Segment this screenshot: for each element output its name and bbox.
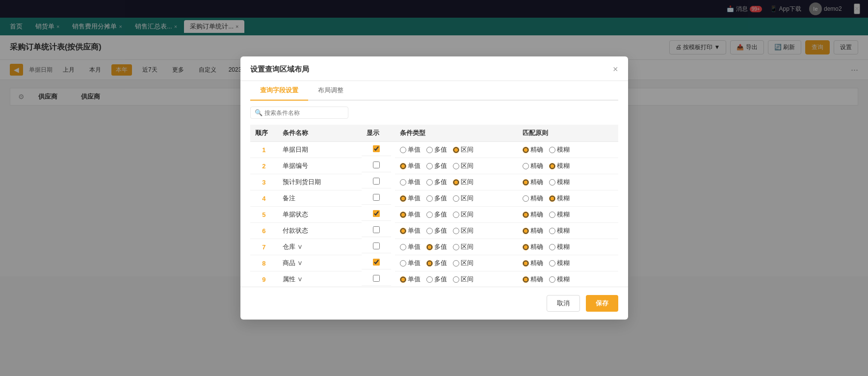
match-fuzzy-radio[interactable] xyxy=(549,228,555,234)
match-fuzzy-label[interactable]: 模糊 xyxy=(549,226,570,235)
type-multi-label[interactable]: 多值 xyxy=(426,210,447,219)
match-exact-label[interactable]: 精确 xyxy=(523,194,543,203)
type-multi-radio[interactable] xyxy=(426,163,433,169)
type-range-radio[interactable] xyxy=(453,276,459,277)
type-single-radio[interactable] xyxy=(400,276,406,277)
match-fuzzy-radio[interactable] xyxy=(549,260,555,267)
tab-query-fields[interactable]: 查询字段设置 xyxy=(250,81,308,101)
type-range-radio[interactable] xyxy=(453,163,459,169)
display-checkbox[interactable] xyxy=(373,259,380,266)
type-range-radio[interactable] xyxy=(453,147,459,153)
match-fuzzy-radio[interactable] xyxy=(549,179,555,186)
type-range-radio[interactable] xyxy=(453,195,459,202)
type-multi-radio[interactable] xyxy=(426,147,433,153)
match-exact-label[interactable]: 精确 xyxy=(523,259,543,268)
display-checkbox[interactable] xyxy=(373,178,380,185)
display-checkbox[interactable] xyxy=(373,226,380,233)
search-input[interactable] xyxy=(264,109,344,116)
cell-display[interactable] xyxy=(362,142,391,156)
type-single-radio[interactable] xyxy=(400,163,406,169)
type-range-radio[interactable] xyxy=(453,179,459,186)
type-single-radio[interactable] xyxy=(400,212,406,218)
type-range-label[interactable]: 区间 xyxy=(453,259,473,268)
display-checkbox[interactable] xyxy=(373,145,380,152)
type-single-radio[interactable] xyxy=(400,260,406,267)
match-fuzzy-radio[interactable] xyxy=(549,163,555,169)
match-fuzzy-label[interactable]: 模糊 xyxy=(549,242,570,251)
display-checkbox[interactable] xyxy=(373,161,380,168)
match-exact-label[interactable]: 精确 xyxy=(523,242,543,251)
type-range-label[interactable]: 区间 xyxy=(453,178,473,187)
display-checkbox[interactable] xyxy=(373,210,380,217)
cell-display[interactable] xyxy=(362,207,391,221)
type-range-radio[interactable] xyxy=(453,212,459,218)
type-range-label[interactable]: 区间 xyxy=(453,210,473,219)
match-fuzzy-radio[interactable] xyxy=(549,244,555,250)
type-range-label[interactable]: 区间 xyxy=(453,226,473,235)
match-exact-label[interactable]: 精确 xyxy=(523,210,543,219)
match-exact-radio[interactable] xyxy=(523,163,529,169)
cell-display[interactable] xyxy=(362,190,391,205)
match-exact-radio[interactable] xyxy=(523,228,529,234)
dialog-close-button[interactable]: × xyxy=(613,64,618,75)
type-multi-label[interactable]: 多值 xyxy=(426,178,447,187)
type-multi-radio[interactable] xyxy=(426,179,433,186)
type-range-label[interactable]: 区间 xyxy=(453,194,473,203)
type-range-label[interactable]: 区间 xyxy=(453,145,473,154)
display-checkbox[interactable] xyxy=(373,242,380,249)
match-fuzzy-label[interactable]: 模糊 xyxy=(549,145,570,154)
type-single-radio[interactable] xyxy=(400,179,406,186)
type-multi-label[interactable]: 多值 xyxy=(426,259,447,268)
type-single-radio[interactable] xyxy=(400,195,406,202)
match-exact-label[interactable]: 精确 xyxy=(523,226,543,235)
type-single-radio[interactable] xyxy=(400,244,406,250)
cell-display[interactable] xyxy=(362,271,391,277)
type-single-label[interactable]: 单值 xyxy=(400,194,421,203)
match-exact-radio[interactable] xyxy=(523,179,529,186)
type-range-radio[interactable] xyxy=(453,244,459,250)
type-multi-label[interactable]: 多值 xyxy=(426,242,447,251)
type-range-label[interactable]: 区间 xyxy=(453,161,473,170)
match-fuzzy-radio[interactable] xyxy=(549,212,555,218)
type-multi-label[interactable]: 多值 xyxy=(426,194,447,203)
type-multi-label[interactable]: 多值 xyxy=(426,275,447,276)
type-range-radio[interactable] xyxy=(453,228,459,234)
type-multi-label[interactable]: 多值 xyxy=(426,161,447,170)
cell-display[interactable] xyxy=(362,158,391,172)
type-multi-radio[interactable] xyxy=(426,228,433,234)
match-exact-radio[interactable] xyxy=(523,276,529,277)
search-box[interactable]: 🔍 xyxy=(250,107,348,119)
match-exact-label[interactable]: 精确 xyxy=(523,145,543,154)
type-single-radio[interactable] xyxy=(400,147,406,153)
match-exact-label[interactable]: 精确 xyxy=(523,178,543,187)
tab-layout-adjust[interactable]: 布局调整 xyxy=(308,81,353,101)
match-exact-radio[interactable] xyxy=(523,147,529,153)
type-multi-radio[interactable] xyxy=(426,276,433,277)
match-fuzzy-label[interactable]: 模糊 xyxy=(549,275,570,276)
match-fuzzy-label[interactable]: 模糊 xyxy=(549,259,570,268)
match-fuzzy-label[interactable]: 模糊 xyxy=(549,194,570,203)
type-single-label[interactable]: 单值 xyxy=(400,275,421,276)
match-fuzzy-label[interactable]: 模糊 xyxy=(549,178,570,187)
type-single-label[interactable]: 单值 xyxy=(400,145,421,154)
cell-display[interactable] xyxy=(362,255,391,269)
match-exact-radio[interactable] xyxy=(523,195,529,202)
type-single-label[interactable]: 单值 xyxy=(400,178,421,187)
match-exact-label[interactable]: 精确 xyxy=(523,161,543,170)
type-multi-radio[interactable] xyxy=(426,195,433,202)
type-range-label[interactable]: 区间 xyxy=(453,275,473,276)
match-fuzzy-label[interactable]: 模糊 xyxy=(549,210,570,219)
type-multi-label[interactable]: 多值 xyxy=(426,226,447,235)
match-exact-radio[interactable] xyxy=(523,244,529,250)
type-single-label[interactable]: 单值 xyxy=(400,210,421,219)
cell-display[interactable] xyxy=(362,239,391,253)
cell-display[interactable] xyxy=(362,174,391,188)
match-fuzzy-radio[interactable] xyxy=(549,276,555,277)
type-single-label[interactable]: 单值 xyxy=(400,259,421,268)
type-multi-radio[interactable] xyxy=(426,212,433,218)
type-multi-label[interactable]: 多值 xyxy=(426,145,447,154)
display-checkbox[interactable] xyxy=(373,194,380,201)
type-range-radio[interactable] xyxy=(453,260,459,267)
type-range-label[interactable]: 区间 xyxy=(453,242,473,251)
match-exact-radio[interactable] xyxy=(523,260,529,267)
